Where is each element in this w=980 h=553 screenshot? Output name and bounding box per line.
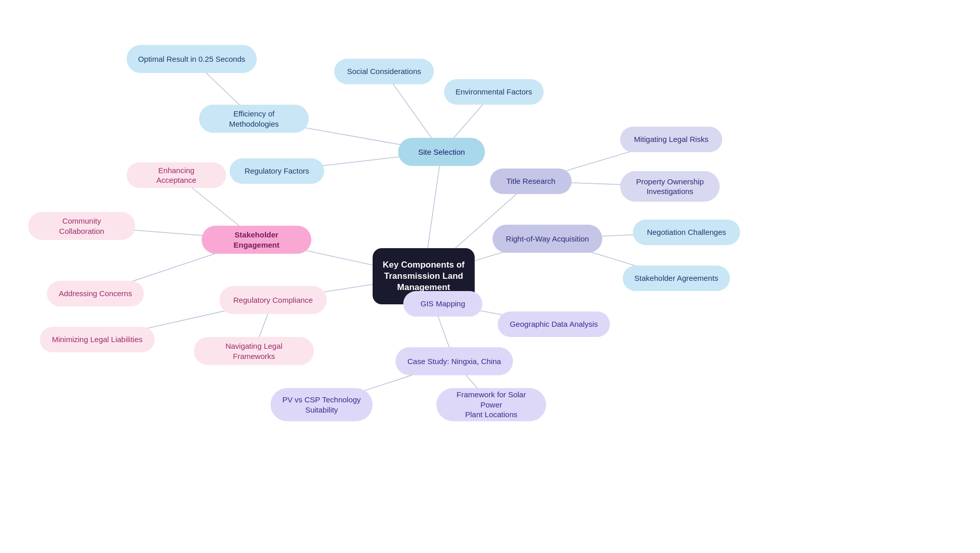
- node-regulatory_compliance_mid: Regulatory Compliance: [219, 286, 327, 314]
- node-geographic_data: Geographic Data Analysis: [498, 311, 610, 337]
- node-case_study: Case Study: Ningxia, China: [396, 347, 513, 375]
- node-mitigating_legal: Mitigating Legal Risks: [620, 127, 722, 152]
- node-regulatory_factors: Regulatory Factors: [230, 158, 324, 184]
- mindmap-container: Key Components of Transmission Land Mana…: [0, 0, 980, 553]
- node-community_collaboration: Community Collaboration: [28, 212, 135, 240]
- node-right_of_way: Right-of-Way Acquisition: [493, 225, 602, 253]
- node-framework_solar: Framework for Solar Power Plant Location…: [436, 388, 546, 421]
- node-social_considerations: Social Considerations: [334, 59, 434, 84]
- node-stakeholder_engagement: Stakeholder Engagement: [202, 226, 311, 254]
- node-pv_csp: PV vs CSP Technology Suitability: [271, 388, 373, 421]
- node-efficiency: Efficiency of Methodologies: [199, 105, 309, 133]
- node-addressing_concerns: Addressing Concerns: [47, 281, 144, 306]
- node-environmental_factors: Environmental Factors: [444, 79, 544, 105]
- node-minimizing_legal: Minimizing Legal Liabilities: [40, 327, 155, 352]
- node-stakeholder_agreements: Stakeholder Agreements: [623, 266, 730, 291]
- node-negotiation_challenges: Negotiation Challenges: [633, 220, 740, 245]
- node-enhancing_acceptance: Enhancing Acceptance: [127, 162, 226, 188]
- node-title_research: Title Research: [490, 169, 572, 194]
- node-gis_mapping: GIS Mapping: [403, 291, 482, 317]
- node-optimal_result: Optimal Result in 0.25 Seconds: [127, 45, 257, 73]
- node-navigating_legal: Navigating Legal Frameworks: [194, 337, 314, 365]
- node-property_ownership: Property Ownership Investigations: [620, 171, 720, 202]
- node-site_selection: Site Selection: [398, 138, 485, 166]
